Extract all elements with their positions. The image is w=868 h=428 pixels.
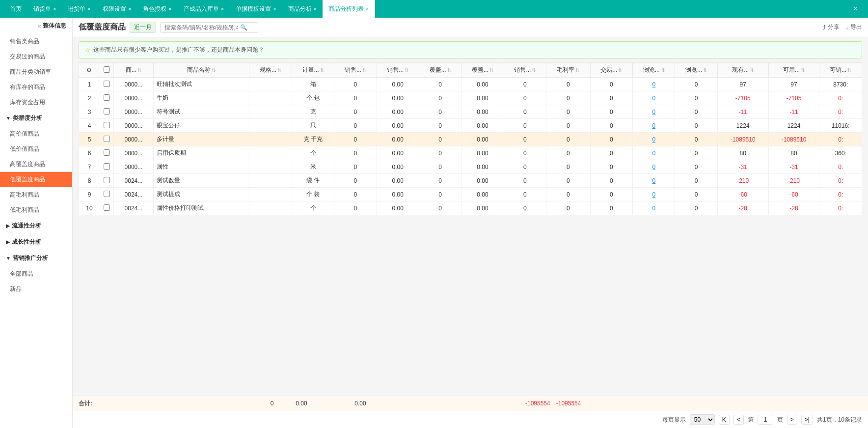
row-cover2: 0.00 <box>461 78 504 91</box>
row-sales3: 0 <box>504 146 546 160</box>
row-cover2: 0.00 <box>461 201 504 215</box>
select-all-checkbox[interactable] <box>104 66 110 73</box>
nav-role-auth[interactable]: 角色授权 × <box>137 0 177 18</box>
current-page-input[interactable] <box>758 415 773 425</box>
nav-purchase-order[interactable]: 进货单 × <box>62 0 96 18</box>
sidebar-item-low-value[interactable]: 低价值商品 <box>0 142 72 157</box>
nav-sales-order[interactable]: 销货单 × <box>27 0 62 18</box>
nav-product-analysis-list[interactable]: 商品分析列表 × <box>323 0 375 18</box>
next-page-button[interactable]: > <box>787 415 797 425</box>
row-code: 0000... <box>113 133 153 146</box>
nav-close-sales[interactable]: × <box>53 6 56 12</box>
table-container: ⚙ 商... ⇅ <box>73 58 868 396</box>
row-gross: 0 <box>546 201 591 215</box>
row-checkbox[interactable] <box>100 119 113 133</box>
row-name: 测试数量 <box>153 174 249 188</box>
row-gross: 0 <box>546 133 591 146</box>
sidebar-header-overall[interactable]: « 整体信息 <box>0 18 72 34</box>
prev-page-button[interactable]: < <box>733 415 744 425</box>
row-checkbox[interactable] <box>100 78 113 91</box>
sidebar-item-high-margin[interactable]: 高毛利商品 <box>0 187 72 202</box>
star-icon: ☆ <box>85 47 90 54</box>
row-browse1[interactable]: 0 <box>633 105 675 119</box>
nav-template-settings[interactable]: 单据模板设置 × <box>230 0 282 18</box>
row-cover1: 0 <box>419 119 461 133</box>
row-checkbox[interactable] <box>100 105 113 119</box>
row-browse2: 0 <box>675 91 717 105</box>
sidebar-item-low-margin[interactable]: 低毛利商品 <box>0 202 72 218</box>
row-cover1: 0 <box>419 201 461 215</box>
col-settings[interactable]: ⚙ <box>79 63 100 78</box>
sidebar-item-traded-products[interactable]: 交易过的商品 <box>0 49 72 64</box>
row-browse1[interactable]: 0 <box>633 174 675 188</box>
nav-close-analysis-list[interactable]: × <box>366 6 369 12</box>
row-browse1[interactable]: 0 <box>633 201 675 215</box>
sidebar-item-high-value[interactable]: 高价值商品 <box>0 126 72 142</box>
sidebar-item-high-coverage[interactable]: 高覆盖度商品 <box>0 157 72 172</box>
nav-close-template[interactable]: × <box>273 6 276 12</box>
sidebar-section-cluster[interactable]: ▼ 类群度分析 <box>0 110 72 126</box>
nav-close-role[interactable]: × <box>168 6 171 12</box>
row-sellable: 0: <box>819 174 862 188</box>
share-button[interactable]: ⤴ 分享 <box>823 23 840 31</box>
first-page-button[interactable]: K <box>719 415 730 425</box>
row-current: 1224 <box>717 119 768 133</box>
row-sales-amt: 0.00 <box>377 146 419 160</box>
sidebar-item-stock-capital[interactable]: 库存资金占用 <box>0 95 72 110</box>
nav-finished-goods[interactable]: 产成品入库单 × <box>178 0 230 18</box>
row-checkbox[interactable] <box>100 91 113 105</box>
sidebar-item-all-products[interactable]: 全部商品 <box>0 266 72 282</box>
sidebar-item-low-coverage[interactable]: 低覆盖度商品 <box>0 172 72 187</box>
nav-close-permission[interactable]: × <box>128 6 131 12</box>
sidebar-section-growth[interactable]: ▶ 成长性分析 <box>0 234 72 250</box>
sidebar-item-new-products[interactable]: 新品 <box>0 282 72 297</box>
sidebar-section-marketing[interactable]: ▼ 营销推广分析 <box>0 250 72 266</box>
search-input[interactable] <box>164 24 238 31</box>
row-browse1[interactable]: 0 <box>633 146 675 160</box>
col-browse2: 浏览... ⇅ <box>675 63 717 78</box>
page-size-select[interactable]: 50 100 200 <box>690 414 715 425</box>
nav-close-finished[interactable]: × <box>221 6 224 12</box>
nav-permission-settings[interactable]: 权限设置 × <box>97 0 137 18</box>
table-row: 40000...眼宝公仔只00.0000.0000000122412241101… <box>79 119 862 133</box>
row-sales3: 0 <box>504 105 546 119</box>
row-checkbox[interactable] <box>100 160 113 174</box>
row-checkbox[interactable] <box>100 174 113 188</box>
search-icon[interactable]: 🔍 <box>240 24 247 31</box>
row-browse1[interactable]: 0 <box>633 160 675 174</box>
row-browse1[interactable]: 0 <box>633 78 675 91</box>
row-cover2: 0.00 <box>461 146 504 160</box>
row-cover2: 0.00 <box>461 119 504 133</box>
row-current: -31 <box>717 160 768 174</box>
table-row: 90024...测试提成个,袋00.0000.0000000-60-600: <box>79 188 862 201</box>
row-browse1[interactable]: 0 <box>633 91 675 105</box>
row-no: 6 <box>79 146 100 160</box>
row-checkbox[interactable] <box>100 133 113 146</box>
filter-recent-month[interactable]: 近一月 <box>130 22 156 33</box>
row-spec <box>249 105 292 119</box>
row-available: -210 <box>768 174 819 188</box>
row-sales-qty: 0 <box>334 146 377 160</box>
row-browse1[interactable]: 0 <box>633 133 675 146</box>
row-checkbox[interactable] <box>100 188 113 201</box>
row-checkbox[interactable] <box>100 201 113 215</box>
row-name: 符号测试 <box>153 105 249 119</box>
row-checkbox[interactable] <box>100 146 113 160</box>
window-close-button[interactable]: × <box>846 0 864 18</box>
row-browse1[interactable]: 0 <box>633 119 675 133</box>
export-button[interactable]: ↓ 导出 <box>845 23 862 31</box>
nav-product-analysis[interactable]: 商品分析 × <box>282 0 323 18</box>
sidebar-item-in-stock[interactable]: 有库存的商品 <box>0 80 72 95</box>
row-cover2: 0.00 <box>461 91 504 105</box>
last-page-button[interactable]: >| <box>801 415 813 425</box>
nav-close-purchase[interactable]: × <box>87 6 90 12</box>
row-code: 0000... <box>113 160 153 174</box>
sidebar-section-liquidity[interactable]: ▶ 流通性分析 <box>0 218 72 234</box>
info-banner: ☆ 这些商品只有很少客户购买过，是推广不够，还是商品本身问题？ <box>79 41 862 58</box>
sidebar-item-category-rate[interactable]: 商品分类动销率 <box>0 64 72 80</box>
nav-home[interactable]: 首页 <box>4 0 27 18</box>
row-browse1[interactable]: 0 <box>633 188 675 201</box>
row-no: 3 <box>79 105 100 119</box>
sidebar-item-sales-products[interactable]: 销售类商品 <box>0 34 72 49</box>
nav-close-analysis[interactable]: × <box>314 6 317 12</box>
